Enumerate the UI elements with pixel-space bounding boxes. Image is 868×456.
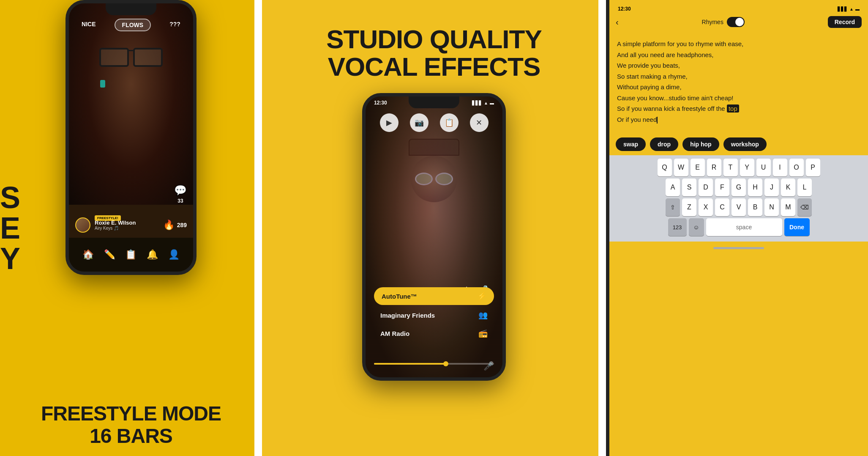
key-h[interactable]: H [748,179,762,196]
record-button[interactable]: Record [828,16,862,28]
home-indicator [713,247,764,249]
rhymes-toggle: Rhymes [702,17,745,27]
status-bar-right: 12:30 ▋▋▋ ▲ ▬ [609,0,868,12]
key-u[interactable]: U [756,159,771,176]
lyrics-area: A simple platform for you to rhyme with … [609,32,868,131]
key-v[interactable]: V [732,198,746,216]
key-numbers[interactable]: 123 [668,218,687,236]
user-avatar [75,217,90,233]
phone-header-right: ‹ Rhymes Record [609,12,868,32]
wifi-icon-right: ▲ [849,7,854,11]
phone-top-nav: NICE FLOWS ??? [69,19,193,31]
tag-hiphop[interactable]: hip hop [682,137,719,151]
key-k[interactable]: K [781,179,795,196]
key-q[interactable]: Q [658,159,672,176]
key-s[interactable]: S [682,179,696,196]
am-radio-icon: 📻 [478,329,488,338]
lyrics-line-8: Or if you need [617,114,860,125]
camera-button[interactable]: 📷 [410,113,429,132]
phone-left: NICE FLOWS ??? 💬 33 FREESTYLE! Roxie E. … [66,0,197,275]
am-radio-label: AM Radio [380,330,409,337]
key-i[interactable]: I [773,159,787,176]
edge-text: S E Y [0,182,20,274]
nav-tab-nice[interactable]: NICE [75,19,102,31]
key-a[interactable]: A [666,179,680,196]
view-count: 289 [177,222,187,228]
key-g[interactable]: G [732,179,746,196]
phone-notch-middle [409,96,459,108]
key-o[interactable]: O [789,159,804,176]
phone-notch-left [106,3,156,15]
key-f[interactable]: F [715,179,729,196]
key-n[interactable]: N [764,198,779,216]
user-name-block: Roxie E. Wilson Airy Keys 🎵 [95,220,136,231]
play-button[interactable]: ▶ [380,113,399,132]
comment-count: 33 [177,198,183,204]
library-nav-icon[interactable]: 📋 [125,249,136,260]
autotune-effect[interactable]: AutoTune™ ⚡ [374,287,494,305]
profile-nav-icon[interactable]: 👤 [168,249,180,260]
rhymes-label: Rhymes [702,19,723,25]
progress-bar[interactable] [374,363,494,365]
edit-nav-icon[interactable]: ✏️ [104,249,115,260]
freestyle-badge: FREESTYLE! [95,215,121,221]
user-info-bar: FREESTYLE! Roxie E. Wilson Airy Keys 🎵 🔥… [69,213,193,237]
comment-section: 💬 33 [174,184,187,204]
divider-middle-right [598,0,606,456]
autotune-icon: ⚡ [477,291,486,301]
tag-swap[interactable]: swap [616,137,646,151]
lyrics-line-6: Cause you know...studio time ain't cheap… [617,93,860,104]
lyrics-line-2: And all you need are headphones, [617,49,860,60]
key-done[interactable]: Done [784,218,810,236]
phone-left-content: NICE FLOWS ??? 💬 33 FREESTYLE! Roxie E. … [69,3,193,272]
key-e[interactable]: E [691,159,705,176]
key-r[interactable]: R [707,159,721,176]
home-indicator-area [609,242,868,254]
comment-icon[interactable]: 💬 [174,184,187,196]
close-button[interactable]: ✕ [470,113,489,132]
nav-tab-flows[interactable]: FLOWS [115,19,151,31]
key-p[interactable]: P [806,159,820,176]
user-left: FREESTYLE! Roxie E. Wilson Airy Keys 🎵 [75,217,136,233]
battery-icon: ▬ [490,101,494,105]
key-b[interactable]: B [748,198,762,216]
left-panel: S E Y NICE [0,0,262,456]
status-time-middle: 12:30 [374,100,387,106]
key-x[interactable]: X [699,198,713,216]
key-shift[interactable]: ⇧ [666,198,680,216]
keyboard: Q W E R T Y U I O P A S D F G [609,155,868,242]
key-backspace[interactable]: ⌫ [797,198,812,216]
notifications-nav-icon[interactable]: 🔔 [147,249,158,260]
am-radio-effect[interactable]: AM Radio 📻 [374,325,494,341]
keyboard-row-2: A S D F G H J K L [611,179,866,196]
key-space[interactable]: space [706,218,782,236]
lyrics-line-4: So start making a rhyme, [617,71,860,82]
key-w[interactable]: W [674,159,688,176]
key-j[interactable]: J [764,179,779,196]
home-nav-icon[interactable]: 🏠 [82,249,94,260]
rhymes-toggle-switch[interactable] [727,17,745,27]
phone-top-controls: ▶ 📷 📋 ✕ [366,113,502,132]
key-l[interactable]: L [797,179,812,196]
freestyle-mode-heading: FREESTYLE MODE 16 BARS [0,403,262,448]
key-z[interactable]: Z [682,198,696,216]
status-time-right: 12:30 [618,6,631,12]
key-y[interactable]: Y [740,159,754,176]
imaginary-friends-effect[interactable]: Imaginary Friends 👥 [374,307,494,323]
key-c[interactable]: C [715,198,729,216]
tag-drop[interactable]: drop [650,137,678,151]
back-button[interactable]: ‹ [616,17,619,27]
key-emoji[interactable]: ☺ [689,218,704,236]
user-subtitle: Airy Keys 🎵 [95,226,136,231]
effects-menu: AutoTune™ ⚡ Imaginary Friends 👥 AM Radio… [366,287,502,343]
tag-workshop[interactable]: workshop [723,137,767,151]
key-m[interactable]: M [781,198,795,216]
phone-middle-content: 12:30 ▋▋▋ ▲ ▬ [366,96,502,377]
mic-icon-bottom[interactable]: 🎤 [483,361,494,371]
effects-button[interactable]: 📋 [440,113,459,132]
key-d[interactable]: D [699,179,713,196]
key-t[interactable]: T [723,159,738,176]
nav-tab-question[interactable]: ??? [163,19,187,31]
phone-nav-bar: 🏠 ✏️ 📋 🔔 👤 [69,238,193,272]
text-cursor [657,117,658,124]
